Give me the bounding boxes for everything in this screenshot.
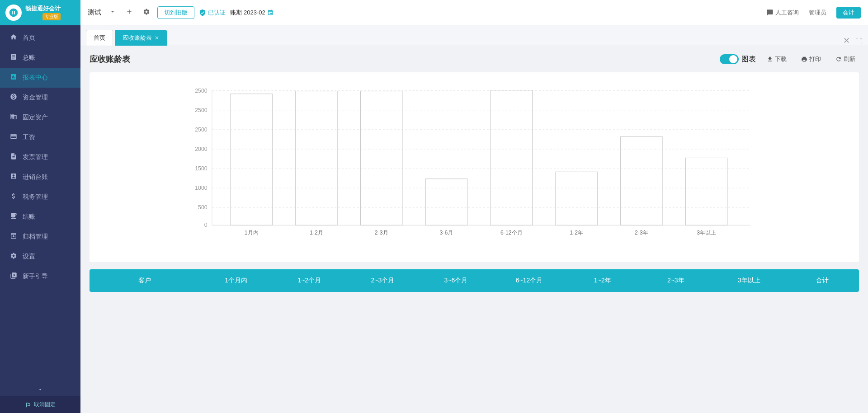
- header-right: 人工咨询 管理员 会计: [766, 7, 861, 19]
- th-2-3year: 2~3年: [639, 269, 712, 292]
- guide-icon: [9, 272, 18, 281]
- reports-icon: [9, 73, 18, 82]
- svg-text:2-3月: 2-3月: [375, 230, 388, 236]
- sidebar-item-settings-label: 设置: [23, 253, 35, 261]
- assets-icon: [9, 113, 18, 122]
- page-tools: 图表 下载 打印 刷新: [720, 53, 859, 65]
- tab-aging[interactable]: 应收账龄表 ✕: [115, 30, 167, 46]
- th-total: 合计: [786, 269, 859, 292]
- sidebar-item-checkout[interactable]: 结账: [0, 207, 80, 227]
- refresh-btn[interactable]: 刷新: [832, 53, 859, 65]
- sidebar-item-reports[interactable]: 报表中心: [0, 68, 80, 88]
- sidebar-scroll-down[interactable]: [0, 384, 80, 396]
- sidebar-item-funds-label: 资金管理: [23, 94, 48, 102]
- svg-text:2500: 2500: [195, 88, 208, 94]
- table-header: 客户 1个月内 1~2个月 2~3个月 3~6个月 6~12个月 1~2年 2~…: [90, 269, 859, 292]
- cancel-fixed-label: 取消固定: [34, 401, 56, 408]
- sidebar-item-archive[interactable]: 归档管理: [0, 227, 80, 247]
- page-header: 应收账龄表 图表 下载 打印: [90, 53, 859, 65]
- archive-icon: [9, 232, 18, 241]
- chart-container: 2500 2500 2500 2000 1500 1000 500 0: [90, 72, 859, 262]
- th-1month: 1个月内: [199, 269, 273, 292]
- sidebar-item-assets[interactable]: 固定资产: [0, 108, 80, 127]
- tab-home[interactable]: 首页: [86, 30, 113, 46]
- svg-rect-24: [425, 179, 467, 225]
- svg-text:0: 0: [204, 222, 208, 228]
- sidebar-item-tax-label: 税务管理: [23, 193, 48, 201]
- sidebar-item-settings[interactable]: 设置: [0, 247, 80, 267]
- svg-text:2500: 2500: [195, 127, 208, 133]
- sidebar-item-purchase[interactable]: 进销台账: [0, 167, 80, 187]
- switch-version-btn[interactable]: 切到旧版: [157, 6, 194, 19]
- svg-rect-23: [361, 91, 402, 225]
- accountant-btn[interactable]: 会计: [836, 7, 861, 19]
- svg-rect-17: [231, 94, 272, 225]
- svg-text:1000: 1000: [195, 185, 208, 191]
- sidebar-item-guide-label: 新手引导: [23, 272, 48, 281]
- page-title: 应收账龄表: [90, 54, 130, 65]
- header-actions: 切到旧版 已认证 账期 2023-02: [107, 6, 274, 19]
- sidebar-item-invoice[interactable]: 发票管理: [0, 147, 80, 167]
- svg-rect-31: [621, 136, 662, 225]
- svg-rect-33: [685, 158, 727, 225]
- sidebar-item-guide[interactable]: 新手引导: [0, 267, 80, 286]
- add-workspace-btn[interactable]: [123, 6, 136, 19]
- sidebar-item-checkout-label: 结账: [23, 213, 35, 221]
- logo-icon: [5, 5, 22, 21]
- sidebar-item-archive-label: 归档管理: [23, 233, 48, 241]
- sidebar-item-invoice-label: 发票管理: [23, 153, 48, 161]
- workspace-name: 测试: [88, 8, 101, 17]
- svg-rect-25: [425, 179, 467, 225]
- edition-badge: 专业版: [42, 13, 61, 20]
- svg-rect-30: [621, 136, 662, 225]
- logo-area: 畅捷通好会计 专业版: [0, 0, 80, 25]
- svg-rect-21: [296, 91, 337, 225]
- toggle-track[interactable]: [720, 54, 739, 64]
- download-label: 下载: [775, 55, 787, 63]
- tab-aging-close[interactable]: ✕: [155, 35, 159, 41]
- certified-badge: 已认证: [199, 9, 226, 17]
- download-btn[interactable]: 下载: [763, 53, 790, 65]
- funds-icon: [9, 93, 18, 102]
- purchase-icon: [9, 173, 18, 182]
- svg-rect-27: [491, 90, 532, 225]
- svg-rect-32: [685, 158, 727, 225]
- sidebar-item-ledger[interactable]: 总账: [0, 48, 80, 68]
- sidebar-item-assets-label: 固定资产: [23, 113, 48, 122]
- home-icon: [9, 33, 18, 42]
- period-value: 2023-02: [244, 9, 265, 16]
- sidebar-item-funds[interactable]: 资金管理: [0, 88, 80, 108]
- close-panel-btn[interactable]: ✕: [843, 36, 850, 46]
- ledger-icon: [9, 53, 18, 62]
- toggle-thumb: [729, 55, 737, 63]
- tab-home-label: 首页: [94, 34, 105, 42]
- cancel-fixed-btn[interactable]: 取消固定: [0, 396, 80, 413]
- th-3year-plus: 3年以上: [712, 269, 786, 292]
- wages-icon: [9, 133, 18, 142]
- svg-rect-22: [361, 91, 402, 225]
- table-container: 客户 1个月内 1~2个月 2~3个月 3~6个月 6~12个月 1~2年 2~…: [90, 269, 859, 292]
- user-btn[interactable]: 管理员: [805, 7, 830, 19]
- print-btn[interactable]: 打印: [797, 53, 825, 65]
- certified-label: 已认证: [208, 9, 226, 17]
- sidebar-item-home[interactable]: 首页: [0, 28, 80, 48]
- workspace-settings-btn[interactable]: [140, 6, 153, 19]
- svg-text:6-12个月: 6-12个月: [500, 230, 523, 236]
- th-6-12month: 6~12个月: [493, 269, 566, 292]
- print-label: 打印: [809, 55, 821, 63]
- invoice-icon: [9, 153, 18, 162]
- sidebar-item-tax[interactable]: 税务管理: [0, 187, 80, 207]
- workspace-dropdown-btn[interactable]: [107, 7, 118, 19]
- main-area: 测试 切到旧版 已认证 账期 2023-02: [80, 0, 868, 413]
- sidebar-item-wages[interactable]: 工资: [0, 127, 80, 147]
- svg-text:3-6月: 3-6月: [440, 230, 453, 236]
- svg-text:1月内: 1月内: [245, 230, 259, 236]
- svg-rect-19: [231, 94, 272, 225]
- tab-aging-label: 应收账龄表: [123, 34, 152, 42]
- consult-btn[interactable]: 人工咨询: [766, 9, 799, 17]
- th-1-2month: 1~2个月: [273, 269, 346, 292]
- th-3-6month: 3~6个月: [419, 269, 492, 292]
- svg-text:1-2月: 1-2月: [310, 230, 323, 236]
- chart-toggle[interactable]: 图表: [720, 54, 756, 64]
- expand-panel-btn[interactable]: ⛶: [855, 38, 863, 46]
